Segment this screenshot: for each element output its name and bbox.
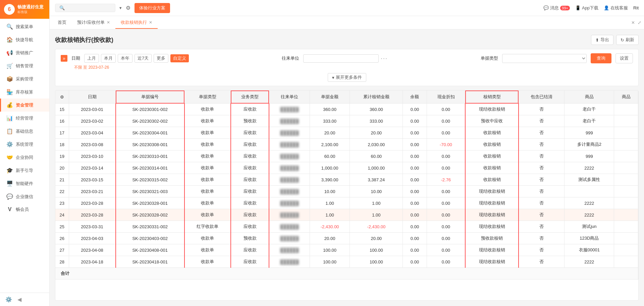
cell-doctype: 收款单 [184, 104, 231, 115]
cell-sn: SK-20230328-001 [116, 197, 184, 209]
sidebar-item-basicinfo[interactable]: 📋 基础信息 [0, 125, 49, 138]
cell-writeoff: 360.00 [350, 104, 403, 115]
cell-goods1: 老白干 [565, 115, 614, 127]
this-month-button[interactable]: 本月 [101, 54, 116, 63]
cell-date: 2023-03-01 [69, 104, 116, 115]
sn-link[interactable]: SK-20230302-002 [132, 119, 168, 124]
sn-link[interactable]: SK-20230331-002 [132, 224, 168, 229]
th-biztype: 业务类型 [231, 90, 269, 104]
partner-input[interactable] [303, 54, 379, 63]
sn-link[interactable]: SK-20230304-001 [132, 130, 168, 135]
collapse-icon[interactable]: ◀ [17, 296, 21, 303]
cell-writeofftype: 现结收款核销 [465, 256, 519, 268]
sidebar-item-purchase[interactable]: 📦 采购管理 [0, 72, 49, 85]
message-button[interactable]: 💬 消息 99+ [543, 5, 570, 11]
sidebar-item-enterprise[interactable]: 🤝 企业协同 [0, 151, 49, 164]
last-month-button[interactable]: 上月 [84, 54, 99, 63]
cell-balance: 0.00 [403, 244, 427, 256]
sidebar-logo: 6 畅捷通好生意 标推版 [0, 0, 49, 19]
th-balance: 余额 [403, 90, 427, 104]
sidebar-item-inventory[interactable]: 🏪 库存核算 [0, 85, 49, 99]
sn-link[interactable]: SK-20230301-002 [132, 107, 168, 112]
sidebar-item-sales[interactable]: 🛒 销售管理 [0, 59, 49, 72]
member-icon: V [6, 206, 13, 212]
expand-more-button[interactable]: ▾ 展开更多条件 [328, 73, 366, 82]
tab-receivable[interactable]: 预计/应收付单 ✕ [72, 17, 115, 29]
table-row: 21 2023-03-15 SK-20230315-002 收款单 应收款 ██… [55, 174, 638, 186]
cell-goods1: 测试jun [565, 221, 614, 233]
refresh-button[interactable]: ↻ 刷新 [616, 35, 639, 45]
sn-link[interactable]: SK-20230310-001 [132, 154, 168, 159]
sn-link[interactable]: SK-20230321-003 [132, 189, 168, 194]
cell-date: 2023-04-08 [69, 244, 116, 256]
query-button[interactable]: 查询 [591, 53, 611, 63]
user-name: Rit [633, 5, 639, 10]
sn-link[interactable]: SK-20230408-001 [132, 248, 168, 253]
tab-close-receivable[interactable]: ✕ [107, 20, 110, 25]
sidebar-item-member[interactable]: V 畅会员 [0, 203, 49, 216]
sn-link[interactable]: SK-20230328-002 [132, 212, 168, 218]
sidebar-item-search[interactable]: 🔍 搜索菜单 [0, 20, 49, 33]
cell-doctype: 收款单 [184, 127, 231, 139]
this-year-button[interactable]: 本年 [118, 54, 132, 63]
th-gear[interactable]: ⚙ [55, 90, 69, 104]
sn-link[interactable]: SK-20230308-001 [132, 142, 168, 147]
settings-bottom-icon[interactable]: ⚙️ [5, 296, 12, 303]
export-button[interactable]: ⬆ 导出 [591, 35, 613, 45]
cell-doctype: 收款单 [184, 115, 231, 127]
sidebar-item-marketing[interactable]: 📢 营销推广 [0, 46, 49, 59]
cell-include: 否 [519, 209, 564, 221]
cell-date: 2023-04-03 [69, 233, 116, 244]
solution-button[interactable]: 体验行业方案 [135, 3, 170, 13]
enterprise-icon: 🤝 [6, 154, 13, 161]
table-row: 20 2023-03-14 SK-20230314-001 收款单 应收款 ██… [55, 162, 638, 174]
app-download-button[interactable]: 📱 App下载 [575, 5, 598, 11]
cell-doctype: 收款单 [184, 256, 231, 268]
th-amount: 单据金额 [310, 90, 350, 104]
tab-close-all-icon[interactable]: ✕ [631, 20, 635, 25]
cell-sn: SK-20230328-002 [116, 209, 184, 221]
cell-amount: 100.00 [310, 256, 350, 268]
sidebar-item-operations[interactable]: 📊 经营管理 [0, 112, 49, 125]
cell-include: 否 [519, 186, 564, 197]
more-date-button[interactable]: 更多 [154, 54, 168, 63]
cell-writeoff: -2,430.00 [350, 221, 403, 233]
sidebar-item-wechat[interactable]: 💬 企业微信 [0, 190, 49, 203]
tab-home[interactable]: 首页 [52, 17, 72, 29]
topbar-search[interactable]: 🔍 [55, 4, 115, 12]
partner-dots[interactable]: ··· [381, 55, 388, 62]
custom-date-button[interactable]: 自定义 [170, 54, 189, 62]
online-service-button[interactable]: 👤 在线客服 [604, 5, 628, 11]
sn-link[interactable]: SK-20230315-002 [132, 177, 168, 182]
sn-link[interactable]: SK-20230328-001 [132, 201, 168, 206]
topbar-dropdown-arrow[interactable]: ▾ [119, 5, 122, 10]
cell-cashdisc: 0.00 [427, 233, 465, 244]
sidebar-item-system[interactable]: ⚙️ 系统管理 [0, 138, 49, 151]
cell-goods2 [614, 209, 638, 221]
tab-close-writeoff[interactable]: ✕ [149, 20, 152, 25]
cell-goods2 [614, 244, 638, 256]
phone-icon: 📱 [575, 5, 581, 10]
doc-type-select[interactable] [502, 54, 587, 63]
sn-link[interactable]: SK-20230403-002 [132, 236, 168, 241]
last-7days-button[interactable]: 近7天 [135, 54, 152, 63]
cell-writeoff: 60.00 [350, 150, 403, 162]
cell-writeoff: 20.00 [350, 127, 403, 139]
topbar-search-icon: 🔍 [59, 5, 65, 10]
topbar-gear-icon[interactable]: ⚙ [126, 5, 130, 11]
cell-include: 否 [519, 139, 564, 150]
sidebar-item-finance[interactable]: 💰 资金管理 [0, 99, 49, 112]
sidebar-item-quicknav[interactable]: 🏠 快捷导航 [0, 33, 49, 46]
sn-link[interactable]: SK-20230418-001 [132, 259, 168, 264]
tab-write-off[interactable]: 收款核销执行 ✕ [115, 17, 158, 29]
setting-button[interactable]: 设置 [615, 53, 633, 63]
cell-biztype: 应收款 [231, 209, 269, 221]
cell-biztype: 应收款 [231, 150, 269, 162]
sidebar-item-guide[interactable]: 🎓 新手引导 [0, 164, 49, 177]
sn-link[interactable]: SK-20230314-001 [132, 166, 168, 171]
table-header-row: ⚙ 日期 单据编号 单据类型 业务类型 往来单位 单据金额 累计核销金额 余额 … [55, 90, 638, 104]
filter-collapse-button[interactable]: » [61, 55, 67, 62]
sidebar-item-hardware[interactable]: 🖥️ 智能硬件 [0, 177, 49, 190]
tab-expand-icon[interactable]: ⤢ [638, 20, 641, 25]
table-row: 17 2023-03-04 SK-20230304-001 收款单 应收款 ██… [55, 127, 638, 139]
